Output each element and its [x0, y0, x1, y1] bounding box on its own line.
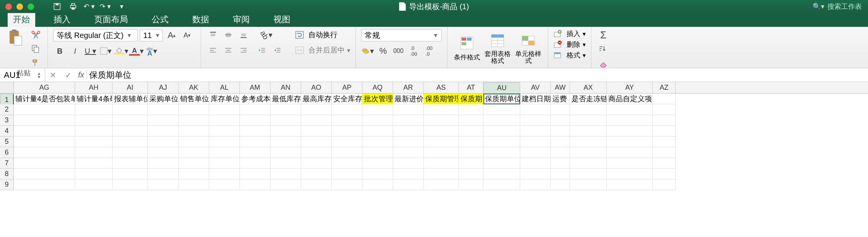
- row-header-3[interactable]: 3: [0, 115, 14, 126]
- cell-styles-button[interactable]: 单元格样式: [514, 32, 542, 64]
- cell-AZ8[interactable]: [653, 169, 676, 179]
- cell-AT3[interactable]: [459, 115, 483, 126]
- align-bottom-icon[interactable]: [237, 29, 250, 41]
- phonetic-guide-button[interactable]: abcA ▾: [145, 45, 158, 57]
- cell-AO1[interactable]: 最高库存: [301, 94, 332, 104]
- cell-AU8[interactable]: [483, 169, 520, 179]
- minimize-window-button[interactable]: [16, 3, 23, 10]
- formula-value[interactable]: 保质期单位: [87, 69, 131, 81]
- cell-AH8[interactable]: [75, 169, 113, 179]
- cell-AV5[interactable]: [520, 137, 551, 147]
- cell-AZ5[interactable]: [653, 137, 676, 147]
- row-header-5[interactable]: 5: [0, 137, 14, 147]
- cell-AM4[interactable]: [240, 126, 270, 137]
- row-header-4[interactable]: 4: [0, 126, 14, 137]
- percent-button[interactable]: %: [377, 45, 390, 57]
- cell-AH7[interactable]: [75, 158, 113, 169]
- align-top-icon[interactable]: [206, 29, 219, 41]
- cell-AU1[interactable]: 保质期单位: [483, 94, 520, 104]
- cell-AJ5[interactable]: [148, 137, 179, 147]
- column-header-AW[interactable]: AW: [551, 82, 570, 93]
- cell-AX8[interactable]: [570, 169, 607, 179]
- tab-开始[interactable]: 开始: [8, 12, 35, 27]
- cell-AW9[interactable]: [551, 179, 570, 190]
- cell-AN2[interactable]: [270, 104, 301, 115]
- cell-AW8[interactable]: [551, 169, 570, 179]
- cell-AK8[interactable]: [179, 169, 209, 179]
- cell-AI9[interactable]: [113, 179, 148, 190]
- format-as-table-button[interactable]: 套用表格格式: [483, 32, 512, 64]
- search-box[interactable]: 🔍▾ 搜索工作表: [812, 2, 868, 11]
- tab-审阅[interactable]: 审阅: [228, 12, 255, 27]
- cell-AY8[interactable]: [607, 169, 653, 179]
- cell-AS5[interactable]: [424, 137, 459, 147]
- cancel-formula-icon[interactable]: ✕: [45, 71, 61, 80]
- cell-AT5[interactable]: [459, 137, 483, 147]
- cell-AJ3[interactable]: [148, 115, 179, 126]
- wrap-text-button[interactable]: 自动换行: [293, 29, 350, 41]
- cell-AV8[interactable]: [520, 169, 551, 179]
- cell-AV6[interactable]: [520, 147, 551, 158]
- conditional-format-button[interactable]: 条件格式: [453, 35, 481, 62]
- cell-AR1[interactable]: 最新进价: [393, 94, 424, 104]
- cell-AH4[interactable]: [75, 126, 113, 137]
- cell-AL5[interactable]: [209, 137, 240, 147]
- cell-AZ4[interactable]: [653, 126, 676, 137]
- cell-AR7[interactable]: [393, 158, 424, 169]
- font-size-select[interactable]: 11▼: [140, 29, 163, 41]
- cell-AM5[interactable]: [240, 137, 270, 147]
- cell-AK5[interactable]: [179, 137, 209, 147]
- cell-AP8[interactable]: [332, 169, 362, 179]
- cell-AQ3[interactable]: [362, 115, 393, 126]
- column-header-AV[interactable]: AV: [520, 82, 551, 93]
- cell-AI3[interactable]: [113, 115, 148, 126]
- cell-AW4[interactable]: [551, 126, 570, 137]
- cell-AH5[interactable]: [75, 137, 113, 147]
- cell-AM7[interactable]: [240, 158, 270, 169]
- cell-AH2[interactable]: [75, 104, 113, 115]
- cell-AL9[interactable]: [209, 179, 240, 190]
- cell-AV7[interactable]: [520, 158, 551, 169]
- cell-AG5[interactable]: [14, 137, 75, 147]
- cell-AX3[interactable]: [570, 115, 607, 126]
- cell-AV2[interactable]: [520, 104, 551, 115]
- cell-AK2[interactable]: [179, 104, 209, 115]
- cell-AH9[interactable]: [75, 179, 113, 190]
- column-header-AP[interactable]: AP: [332, 82, 362, 93]
- cell-AX2[interactable]: [570, 104, 607, 115]
- currency-button[interactable]: ▾: [361, 45, 374, 57]
- cell-AW1[interactable]: 运费: [551, 94, 570, 104]
- fx-icon[interactable]: fx: [78, 71, 84, 79]
- paste-button[interactable]: [5, 29, 25, 58]
- column-header-AT[interactable]: AT: [459, 82, 483, 93]
- cell-AP1[interactable]: 安全库存: [332, 94, 362, 104]
- underline-button[interactable]: U ▾: [84, 45, 97, 57]
- cell-AY2[interactable]: [607, 104, 653, 115]
- decrease-font-icon[interactable]: A▾: [180, 30, 193, 41]
- cell-AO9[interactable]: [301, 179, 332, 190]
- cell-AS8[interactable]: [424, 169, 459, 179]
- increase-font-icon[interactable]: A▴: [165, 30, 178, 41]
- column-header-AZ[interactable]: AZ: [653, 82, 676, 93]
- cell-AL6[interactable]: [209, 147, 240, 158]
- align-right-icon[interactable]: [237, 44, 250, 56]
- cell-AY6[interactable]: [607, 147, 653, 158]
- cell-AX9[interactable]: [570, 179, 607, 190]
- cell-AN3[interactable]: [270, 115, 301, 126]
- cell-AS6[interactable]: [424, 147, 459, 158]
- cell-AJ7[interactable]: [148, 158, 179, 169]
- cell-AL8[interactable]: [209, 169, 240, 179]
- cell-AU4[interactable]: [483, 126, 520, 137]
- cell-AY4[interactable]: [607, 126, 653, 137]
- cell-AO7[interactable]: [301, 158, 332, 169]
- merge-center-button[interactable]: 合并后居中 ▾: [293, 44, 350, 56]
- cell-AO4[interactable]: [301, 126, 332, 137]
- cell-AN9[interactable]: [270, 179, 301, 190]
- cell-AO6[interactable]: [301, 147, 332, 158]
- align-center-icon[interactable]: [222, 44, 235, 56]
- column-header-AR[interactable]: AR: [393, 82, 424, 93]
- cell-AG6[interactable]: [14, 147, 75, 158]
- row-header-2[interactable]: 2: [0, 104, 14, 115]
- cell-AJ1[interactable]: 采购单位: [148, 94, 179, 104]
- cell-AK7[interactable]: [179, 158, 209, 169]
